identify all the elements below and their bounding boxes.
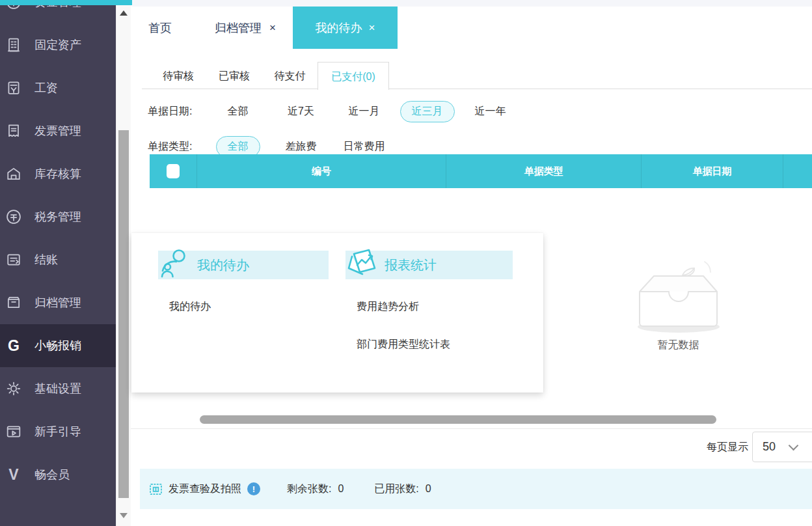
sidebar-item-fixed-assets[interactable]: 固定资产	[0, 23, 116, 66]
remaining-count-value: 0	[338, 483, 344, 495]
bottom-divider	[131, 428, 812, 429]
filter-date-7days[interactable]: 近7天	[269, 105, 332, 118]
sidebar-menu: 资金管理 固定资产 工资 发票管理	[0, 0, 116, 496]
tax-icon	[4, 207, 23, 227]
filter-date-3months-selected[interactable]: 近三月	[396, 101, 459, 122]
select-all-checkbox[interactable]	[167, 164, 180, 178]
section-items: 费用趋势分析 部门费用类型统计表	[345, 300, 513, 352]
filter-date-1month[interactable]: 近一月	[332, 105, 396, 118]
quick-menu-item-dept-expense-table[interactable]: 部门费用类型统计表	[357, 338, 513, 352]
sidebar-item-inventory[interactable]: 库存核算	[0, 152, 116, 195]
table-select-all-cell	[150, 154, 196, 188]
invoice-footer-bar: 发票查验及拍照 ! 剩余张数: 0 已用张数: 0	[140, 469, 812, 509]
table-header: 编号 单据类型 单据日期	[150, 154, 812, 188]
close-icon[interactable]: ×	[369, 21, 375, 35]
sidebar-item-label: 新手引导	[34, 424, 81, 439]
sidebar-item-label: 工资	[34, 80, 58, 96]
member-icon: V	[4, 465, 23, 484]
tab-my-todo[interactable]: 我的待办 ×	[293, 7, 398, 49]
tab-archive-management[interactable]: 归档管理 ×	[215, 7, 276, 49]
filter-row-date: 单据日期: 全部 近7天 近一月 近三月 近一年	[131, 98, 812, 125]
filter-date-label: 单据日期:	[131, 105, 206, 118]
section-title: 报表统计	[385, 256, 437, 274]
page-size-label: 每页显示	[707, 432, 748, 462]
quick-menu-item-expense-trend[interactable]: 费用趋势分析	[357, 300, 513, 314]
inventory-icon	[4, 164, 23, 184]
pagination-bar: 每页显示 50	[131, 432, 812, 462]
invoice-icon	[4, 121, 23, 141]
xiaochang-logo-icon: G	[4, 336, 23, 355]
sidebar-item-label: 结账	[34, 252, 58, 268]
todo-person-icon	[158, 247, 191, 279]
sidebar-top-accent-strip	[0, 0, 132, 5]
sidebar-item-label: 基础设置	[34, 381, 81, 396]
sidebar-item-archive[interactable]: 归档管理	[0, 281, 116, 324]
quick-menu-section-todo: 我的待办 我的待办	[158, 251, 329, 314]
sidebar-item-label: 库存核算	[34, 166, 81, 182]
filter-date-1year[interactable]: 近一年	[459, 105, 522, 118]
sidebar-item-xiaochang-expense[interactable]: G 小畅报销	[0, 324, 116, 367]
section-header-reports: 报表统计	[345, 251, 513, 279]
tab-home[interactable]: 首页	[148, 7, 172, 49]
main-tab-bar: 首页 归档管理 × 我的待办 ×	[131, 7, 812, 57]
table-column-date: 单据日期	[641, 154, 783, 188]
app-window: 资金管理 固定资产 工资 发票管理	[0, 0, 812, 526]
empty-box-icon	[621, 254, 735, 335]
sidebar-item-label: 固定资产	[34, 37, 81, 53]
table-column-number: 编号	[196, 154, 446, 188]
quick-menu-popup: 我的待办 我的待办 报表统计 费用趋势分析	[131, 233, 543, 393]
sidebar-item-beginner-guide[interactable]: 新手引导	[0, 410, 116, 453]
used-count-value: 0	[426, 483, 431, 495]
quick-menu-item-my-todo[interactable]: 我的待办	[169, 300, 329, 314]
invoice-check-label[interactable]: 发票查验及拍照	[169, 482, 241, 496]
archive-icon	[4, 293, 23, 312]
sidebar-item-tax[interactable]: 税务管理	[0, 195, 116, 238]
subtab-pending-payment[interactable]: 待支付	[272, 62, 308, 90]
payroll-icon	[4, 78, 23, 98]
sidebar-scrollbar-thumb[interactable]	[118, 130, 129, 498]
page-size-select[interactable]: 50	[752, 432, 812, 462]
sidebar-item-label: 小畅报销	[34, 338, 81, 353]
horizontal-scrollbar-thumb[interactable]	[200, 415, 716, 424]
info-icon[interactable]: !	[247, 482, 260, 495]
sidebar-item-label: 税务管理	[34, 209, 81, 225]
sidebar-item-checkout[interactable]: 结账	[0, 238, 116, 281]
sidebar-item-settings[interactable]: 基础设置	[0, 367, 116, 410]
section-items: 我的待办	[158, 300, 329, 314]
sidebar-item-invoice[interactable]: 发票管理	[0, 109, 116, 152]
empty-state-text: 暂无数据	[621, 339, 735, 352]
selected-pill[interactable]: 近三月	[400, 101, 455, 122]
section-header-todo: 我的待办	[158, 251, 329, 279]
sidebar-item-member[interactable]: V 畅会员	[0, 453, 116, 496]
invoice-stamp-icon	[148, 482, 169, 497]
filter-type-daily[interactable]: 日常费用	[332, 140, 396, 154]
settings-gear-icon	[4, 379, 23, 398]
used-count-label: 已用张数:	[374, 482, 418, 496]
subtab-reviewed[interactable]: 已审核	[217, 62, 252, 90]
filter-type-label: 单据类型:	[131, 140, 206, 154]
chevron-down-icon	[789, 441, 799, 451]
filter-date-all[interactable]: 全部	[206, 105, 269, 118]
fixed-assets-icon	[4, 35, 23, 55]
sidebar-scrollbar[interactable]	[116, 0, 131, 526]
report-stats-icon	[345, 247, 379, 280]
main-content: 首页 归档管理 × 我的待办 × 待审核 已审核 待支付 已支付(0) 单据日期…	[131, 0, 812, 526]
status-sub-tabs: 待审核 已审核 待支付 已支付(0)	[131, 62, 812, 90]
filter-type-travel[interactable]: 差旅费	[269, 140, 332, 154]
sidebar: 资金管理 固定资产 工资 发票管理	[0, 0, 116, 526]
table-column-type: 单据类型	[446, 154, 641, 188]
sidebar-item-payroll[interactable]: 工资	[0, 66, 116, 109]
content-top-strip	[132, 0, 812, 7]
scroll-down-arrow-icon[interactable]	[120, 513, 128, 518]
sidebar-item-label: 归档管理	[34, 295, 81, 311]
subtab-paid[interactable]: 已支付(0)	[318, 62, 389, 90]
close-icon[interactable]: ×	[269, 21, 276, 35]
quick-menu-section-reports: 报表统计 费用趋势分析 部门费用类型统计表	[345, 251, 513, 352]
checkout-icon	[4, 250, 23, 270]
scroll-up-arrow-icon[interactable]	[120, 10, 128, 16]
sidebar-item-label: 发票管理	[34, 123, 81, 139]
empty-state: 暂无数据	[621, 254, 735, 352]
page-size-value: 50	[763, 440, 776, 454]
subtab-pending-review[interactable]: 待审核	[161, 62, 196, 90]
sidebar-item-label: 畅会员	[34, 467, 70, 482]
